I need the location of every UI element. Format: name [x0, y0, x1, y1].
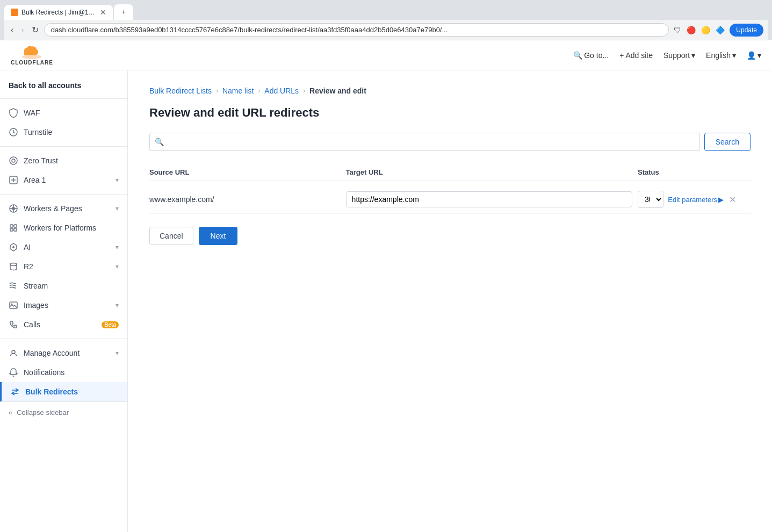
back-to-accounts[interactable]: Back to all accounts [0, 75, 127, 99]
delete-row-button[interactable]: ✕ [729, 195, 736, 204]
sidebar-item-label: Turnstile [24, 128, 119, 136]
search-button[interactable]: Search [704, 133, 751, 151]
zero-trust-icon [9, 156, 18, 166]
target-url-input[interactable] [346, 191, 632, 207]
extension-icon2: 🟡 [699, 25, 712, 35]
sidebar-item-label: Workers for Platforms [24, 224, 119, 232]
shield-icon: 🛡 [672, 25, 683, 35]
sidebar-item-r2[interactable]: R2 ▾ [0, 257, 127, 276]
user-menu[interactable]: 👤 ▾ [747, 51, 761, 60]
chevron-icon: ▾ [116, 205, 119, 212]
extension-icon1: 🔴 [685, 25, 697, 35]
action-buttons: Cancel Next [149, 227, 751, 245]
sidebar-item-manage-account[interactable]: Manage Account ▾ [0, 343, 127, 363]
bulk-redirects-icon [10, 387, 20, 397]
sidebar-item-calls[interactable]: Calls Beta [0, 315, 127, 334]
svg-point-12 [10, 263, 17, 266]
active-tab[interactable]: Bulk Redirects | Jim@13way ✕ [4, 5, 113, 20]
browser-tabs: Bulk Redirects | Jim@13way ✕ ＋ [4, 4, 768, 20]
sidebar-item-label: R2 [24, 262, 110, 271]
ai-icon [9, 242, 18, 252]
breadcrumb-add-urls[interactable]: Add URLs [264, 87, 299, 95]
breadcrumb-bulk-redirect-lists[interactable]: Bulk Redirect Lists [149, 87, 212, 95]
breadcrumb-sep-2: › [258, 87, 260, 95]
logo-text: CLOUDFLARE [11, 60, 53, 66]
status-and-params: 301 302 307 308 Edit parameters ▶ [638, 191, 724, 208]
sidebar-item-images[interactable]: Images ▾ [0, 296, 127, 315]
sidebar-item-area1[interactable]: Area 1 ▾ [0, 170, 127, 190]
main-content: Bulk Redirect Lists › Name list › Add UR… [128, 70, 772, 532]
sidebar-item-label: Bulk Redirects [25, 387, 119, 396]
cloudflare-logo: CLOUDFLARE [11, 45, 53, 66]
area1-icon [9, 175, 18, 185]
page-title: Review and edit URL redirects [149, 106, 751, 120]
update-button[interactable]: Update [730, 24, 763, 37]
sidebar-item-waf[interactable]: WAF [0, 103, 127, 123]
extension-icon3: 🔷 [714, 25, 726, 35]
sidebar-item-notifications[interactable]: Notifications [0, 363, 127, 382]
sidebar-item-workers-pages[interactable]: Workers & Pages ▾ [0, 199, 127, 218]
svg-rect-9 [10, 228, 13, 231]
forward-button[interactable]: › [19, 24, 26, 36]
svg-point-5 [12, 207, 15, 210]
collapse-sidebar-button[interactable]: « Collapse sidebar [0, 401, 127, 423]
refresh-button[interactable]: ↻ [30, 24, 41, 36]
sidebar-item-workers-platforms[interactable]: Workers for Platforms [0, 218, 127, 238]
tab-title: Bulk Redirects | Jim@13way [21, 9, 97, 16]
sidebar-item-stream[interactable]: Stream [0, 276, 127, 296]
breadcrumb-current: Review and edit [309, 87, 366, 95]
svg-rect-10 [14, 228, 17, 231]
svg-point-2 [10, 157, 17, 164]
sidebar-item-turnstile[interactable]: Turnstile [0, 123, 127, 142]
waf-icon [9, 108, 18, 118]
breadcrumb-sep-3: › [303, 87, 305, 95]
workers-platforms-icon [9, 223, 18, 233]
language-link[interactable]: English ▾ [706, 51, 736, 60]
tab-close-button[interactable]: ✕ [100, 8, 106, 17]
target-url-header: Target URL [346, 168, 632, 176]
chevron-icon: ▾ [116, 176, 119, 184]
toolbar-icons: 🛡 🔴 🟡 🔷 [672, 25, 726, 35]
r2-icon [9, 262, 18, 271]
app-header: CLOUDFLARE 🔍 Go to... + Add site Support… [0, 40, 772, 70]
search-input[interactable] [149, 133, 700, 151]
cloudflare-flame-icon [21, 45, 42, 60]
sidebar-item-ai[interactable]: AI ▾ [0, 238, 127, 257]
sidebar-item-label: Stream [24, 282, 119, 290]
sidebar-item-bulk-redirects[interactable]: Bulk Redirects [0, 382, 127, 401]
browser-toolbar: ‹ › ↻ 🛡 🔴 🟡 🔷 Update [4, 20, 768, 40]
workers-pages-icon [9, 204, 18, 213]
user-icon: 👤 [747, 51, 756, 60]
goto-link[interactable]: 🔍 Go to... [573, 51, 609, 60]
sidebar: Back to all accounts WAF Turnstile Zero … [0, 70, 128, 532]
breadcrumb: Bulk Redirect Lists › Name list › Add UR… [149, 87, 751, 95]
cancel-button[interactable]: Cancel [149, 227, 193, 245]
next-button[interactable]: Next [199, 227, 238, 245]
chevron-icon: ▾ [116, 243, 119, 251]
chevron-down-icon: ▾ [691, 51, 695, 60]
chevron-icon: ▾ [116, 349, 119, 357]
app-body: Back to all accounts WAF Turnstile Zero … [0, 70, 772, 532]
add-site-link[interactable]: + Add site [619, 51, 653, 60]
chevron-down-icon: ▾ [732, 51, 736, 60]
stream-icon [9, 281, 18, 291]
redirect-row: www.example.com/ 301 302 307 308 Edit pa… [149, 185, 751, 214]
support-link[interactable]: Support ▾ [663, 51, 695, 60]
svg-point-11 [12, 246, 15, 248]
sidebar-item-label: Zero Trust [24, 156, 119, 165]
address-bar[interactable] [44, 23, 669, 37]
back-button[interactable]: ‹ [9, 24, 16, 36]
svg-rect-7 [10, 225, 13, 227]
arrow-right-icon: ▶ [718, 196, 724, 204]
search-icon: 🔍 [155, 138, 164, 146]
source-url-value: www.example.com/ [149, 195, 341, 204]
search-input-wrapper: 🔍 [149, 133, 700, 151]
search-row: 🔍 Search [149, 133, 751, 151]
edit-parameters-link[interactable]: Edit parameters ▶ [668, 196, 724, 204]
status-select[interactable]: 301 302 307 308 [638, 191, 663, 208]
images-icon [9, 300, 18, 310]
new-tab-button[interactable]: ＋ [114, 4, 133, 20]
breadcrumb-name-list[interactable]: Name list [222, 87, 254, 95]
chevron-down-icon: ▾ [757, 51, 761, 60]
sidebar-item-zero-trust[interactable]: Zero Trust [0, 151, 127, 170]
